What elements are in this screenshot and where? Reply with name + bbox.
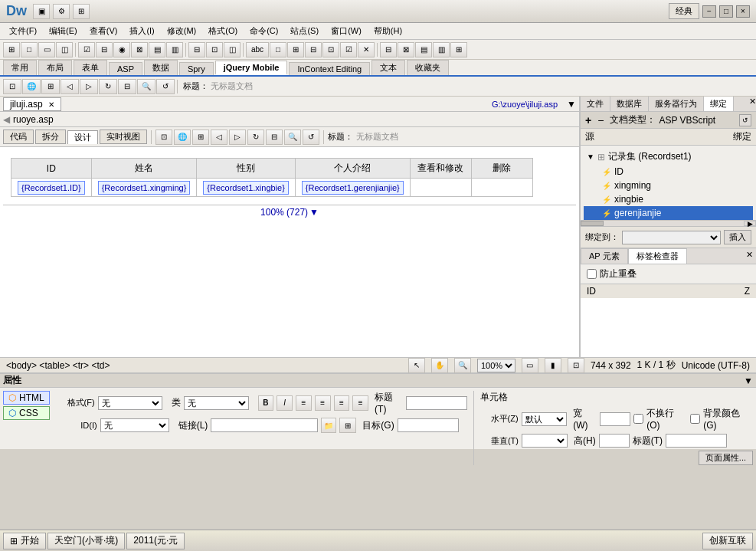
title-input[interactable]: [406, 396, 467, 410]
ed-tool-4[interactable]: ◁: [211, 130, 227, 145]
file-tab-close[interactable]: ✕: [48, 100, 54, 109]
cell-name[interactable]: {Recordset1.xingming}: [91, 179, 197, 197]
target-icon[interactable]: ⊞: [339, 418, 356, 433]
tool-btn-23[interactable]: ▤: [415, 42, 432, 57]
tool-btn-22[interactable]: ⊠: [398, 42, 414, 57]
tool-btn-3[interactable]: ▭: [38, 42, 55, 57]
format-select[interactable]: 无: [98, 396, 163, 410]
ed-tool-8[interactable]: 🔍: [284, 130, 301, 145]
class-select[interactable]: 无: [184, 396, 249, 410]
live-view-btn[interactable]: 实时视图: [100, 130, 147, 144]
id-select[interactable]: 无: [100, 418, 169, 432]
tab-incontext[interactable]: InContext Editing: [289, 62, 370, 75]
ap-panel-close[interactable]: ✕: [743, 248, 756, 264]
jqm-btn-6[interactable]: ↻: [99, 79, 117, 94]
menu-insert[interactable]: 插入(I): [123, 24, 160, 38]
ed-tool-2[interactable]: 🌐: [174, 130, 191, 145]
right-tab-binding[interactable]: 绑定: [704, 97, 734, 111]
italic-btn[interactable]: I: [277, 395, 293, 411]
cell-id[interactable]: {Recordset1.ID}: [11, 179, 92, 197]
target-input[interactable]: [398, 418, 459, 432]
tool-btn-12[interactable]: ⊡: [206, 42, 223, 57]
tab-text[interactable]: 文本: [371, 60, 405, 75]
jqm-btn-7[interactable]: ⊟: [118, 79, 136, 94]
taskbar-item-2[interactable]: 2011(元·元: [126, 533, 185, 549]
align-center[interactable]: ≡: [315, 395, 331, 411]
ed-tool-9[interactable]: ↺: [303, 130, 319, 145]
cell-delete[interactable]: [471, 179, 532, 197]
jqm-btn-5[interactable]: ▷: [80, 79, 98, 94]
zoom-select[interactable]: 100%: [477, 359, 515, 372]
tree-item-id[interactable]: ⚡ ID: [584, 165, 753, 179]
tool-btn-21[interactable]: ⊟: [380, 42, 397, 57]
right-tab-files[interactable]: 文件: [581, 97, 610, 111]
tool-btn-16[interactable]: ⊞: [287, 42, 304, 57]
html-btn[interactable]: ⬡ HTML: [3, 391, 50, 405]
scrollbar-right-btn[interactable]: ▶: [744, 221, 756, 226]
tab-form[interactable]: 表单: [74, 60, 107, 75]
cell-intro[interactable]: {Recordset1.gerenjianjie}: [295, 179, 410, 197]
height-input[interactable]: [599, 434, 630, 448]
view-mode-1[interactable]: ▭: [522, 358, 538, 373]
menu-format[interactable]: 格式(O): [202, 24, 244, 38]
prevent-overlap-checkbox[interactable]: [587, 269, 597, 279]
menu-view[interactable]: 查看(V): [83, 24, 124, 38]
tool-btn-25[interactable]: ⊞: [450, 42, 467, 57]
menu-command[interactable]: 命令(C): [244, 24, 284, 38]
tool-btn-15[interactable]: □: [270, 42, 286, 57]
nowrap-checkbox[interactable]: [633, 414, 643, 424]
minimize-button[interactable]: −: [702, 5, 716, 18]
horz-select[interactable]: 默认: [522, 412, 568, 426]
tool-btn-18[interactable]: ⊡: [322, 42, 339, 57]
browse-btn[interactable]: 📁: [321, 418, 336, 433]
tab-asp[interactable]: ASP: [109, 62, 142, 75]
tool-btn-7[interactable]: ◉: [113, 42, 130, 57]
tab-data[interactable]: 数据: [144, 60, 178, 75]
tree-item-xingming[interactable]: ⚡ xingming: [584, 179, 753, 192]
tree-root[interactable]: ▼ ⊞ 记录集 (Recordset1): [584, 149, 753, 165]
jqm-btn-8[interactable]: 🔍: [137, 79, 155, 94]
bold-btn[interactable]: B: [258, 395, 274, 411]
menu-edit[interactable]: 编辑(E): [43, 24, 83, 38]
design-view-btn[interactable]: 设计: [67, 130, 98, 144]
tool-btn-6[interactable]: ⊟: [96, 42, 113, 57]
tool-btn-17[interactable]: ⊟: [305, 42, 322, 57]
menu-site[interactable]: 站点(S): [284, 24, 325, 38]
zoom-dropdown-icon[interactable]: ▼: [309, 207, 319, 218]
taskbar-item-1[interactable]: 天空门(小哥·境): [47, 533, 125, 549]
remove-binding-btn[interactable]: −: [597, 114, 604, 126]
page-props-btn[interactable]: 页面属性...: [699, 451, 753, 465]
app-menu-btn-3[interactable]: ⊞: [73, 4, 90, 19]
view-mode-3[interactable]: ⊡: [568, 358, 584, 373]
split-view-btn[interactable]: 拆分: [35, 130, 66, 144]
menu-file[interactable]: 文件(F): [3, 24, 43, 38]
jqm-btn-9[interactable]: ↺: [156, 79, 175, 94]
tree-item-gerenjianjie[interactable]: ⚡ gerenjianjie: [584, 206, 753, 220]
menu-modify[interactable]: 修改(M): [161, 24, 203, 38]
hand-tool[interactable]: ✋: [431, 358, 448, 373]
bind-to-select[interactable]: [622, 231, 721, 244]
tree-scrollbar-h[interactable]: ▶: [581, 220, 756, 226]
ap-tab-ap-elements[interactable]: AP 元素: [581, 248, 628, 264]
align-left[interactable]: ≡: [296, 395, 312, 411]
cell-view-edit[interactable]: [410, 179, 471, 197]
tool-btn-20[interactable]: ✕: [358, 42, 375, 57]
width-input[interactable]: [600, 412, 630, 426]
tool-btn-13[interactable]: ◫: [224, 42, 241, 57]
tool-btn-11[interactable]: ⊟: [188, 42, 205, 57]
ed-tool-7[interactable]: ⊟: [266, 130, 283, 145]
tool-btn-19[interactable]: ☑: [340, 42, 357, 57]
align-justify[interactable]: ≡: [352, 395, 368, 411]
tool-btn-5[interactable]: ☑: [78, 42, 95, 57]
jqm-btn-4[interactable]: ◁: [61, 79, 79, 94]
jqm-btn-1[interactable]: ⊡: [3, 79, 21, 94]
bg-color-checkbox[interactable]: [690, 414, 700, 424]
app-menu-btn-1[interactable]: ▣: [33, 4, 50, 19]
vert-select[interactable]: [522, 434, 568, 448]
add-binding-btn[interactable]: +: [585, 114, 591, 126]
cell-gender[interactable]: {Recordset1.xingbie}: [197, 179, 296, 197]
start-btn[interactable]: ⊞ 开始: [3, 533, 46, 549]
tool-btn-4[interactable]: ◫: [56, 42, 73, 57]
restore-button[interactable]: □: [719, 5, 733, 18]
tab-layout[interactable]: 布局: [38, 60, 72, 75]
